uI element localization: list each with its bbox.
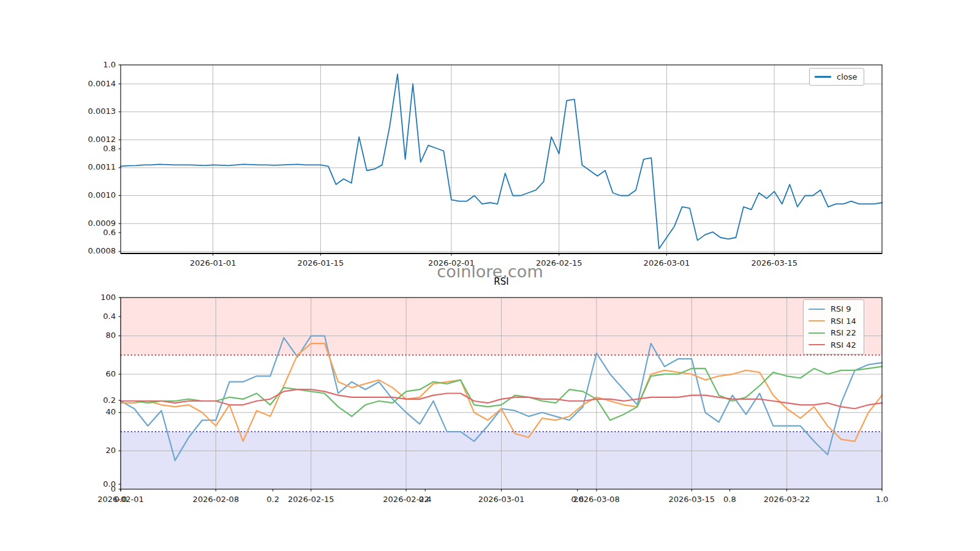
legend-label-rsi14: RSI 14 — [831, 317, 856, 325]
secondary-y-tick-label: 0.0 — [103, 479, 116, 489]
price-y-tick-label: 0.0009 — [88, 219, 116, 228]
rsi-x-tick-label: 2026-03-15 — [669, 495, 715, 504]
secondary-x-tick-label: 0.6 — [571, 495, 584, 504]
secondary-x-tick-label: 1.0 — [876, 495, 889, 504]
price-axes-box — [121, 65, 882, 253]
secondary-y-tick-label: 0.8 — [103, 144, 116, 153]
rsi-y-tick-label: 60 — [105, 369, 116, 378]
rsi-y-tick-label: 100 — [100, 293, 116, 302]
rsi-y-tick-label: 20 — [105, 446, 116, 455]
secondary-x-tick-label: 0.0 — [115, 495, 127, 504]
rsi-y-tick-label: 80 — [105, 331, 116, 340]
close-line — [121, 74, 882, 249]
rsi-x-tick-label: 2026-03-01 — [478, 495, 525, 504]
legend-item-close: close — [815, 73, 861, 81]
rsi14-line-sample — [809, 320, 825, 321]
rsi9-line-sample — [809, 309, 825, 310]
price-y-tick-label: 0.0008 — [88, 246, 116, 255]
legend-item-rsi9: RSI 9 — [809, 305, 861, 313]
secondary-y-tick-label: 0.6 — [103, 228, 116, 237]
figure: 0.00080.00090.00100.00110.00120.00130.00… — [0, 0, 980, 551]
price-x-tick-label: 2026-03-01 — [644, 258, 690, 268]
rsi-legend: RSI 9 RSI 14 RSI 22 RSI 42 — [803, 299, 864, 354]
price-x-tick-label: 2026-03-15 — [751, 258, 797, 268]
price-x-tick-label: 2026-01-15 — [298, 258, 344, 268]
secondary-x-tick-label: 0.8 — [723, 495, 736, 504]
price-y-tick-label: 0.0011 — [88, 162, 116, 171]
secondary-y-tick-label: 0.2 — [103, 395, 116, 405]
legend-item-rsi14: RSI 14 — [809, 317, 861, 325]
secondary-x-tick-label: 0.4 — [419, 495, 432, 504]
close-line-sample — [815, 76, 831, 77]
price-y-tick-label: 0.0012 — [88, 135, 116, 144]
rsi-x-tick-label: 2026-02-15 — [288, 495, 334, 504]
price-x-tick-label: 2026-02-15 — [536, 258, 582, 268]
legend-item-rsi22: RSI 22 — [809, 329, 861, 337]
legend-label-rsi42: RSI 42 — [831, 341, 856, 349]
secondary-y-tick-label: 1.0 — [103, 60, 116, 69]
secondary-y-tick-label: 0.4 — [103, 312, 116, 321]
rsi42-line-sample — [809, 344, 825, 345]
rsi-y-tick-label: 40 — [105, 407, 116, 416]
rsi-x-tick-label: 2026-03-22 — [764, 495, 810, 504]
price-y-tick-label: 0.0013 — [88, 107, 116, 116]
rsi22-line-sample — [809, 332, 825, 334]
rsi-chart-title: RSI — [121, 276, 882, 287]
price-y-tick-label: 0.0014 — [88, 79, 116, 88]
price-x-tick-label: 2026-01-01 — [190, 258, 236, 268]
legend-label-rsi22: RSI 22 — [831, 329, 856, 337]
rsi-x-tick-label: 2026-02-08 — [193, 495, 239, 504]
price-y-tick-label: 0.0010 — [88, 190, 116, 200]
price-x-tick-label: 2026-02-01 — [428, 258, 475, 268]
price-legend: close — [809, 68, 864, 86]
legend-label-rsi9: RSI 9 — [831, 305, 851, 313]
legend-label-close: close — [837, 73, 857, 81]
secondary-x-tick-label: 0.2 — [266, 495, 279, 504]
legend-item-rsi42: RSI 42 — [809, 341, 861, 349]
